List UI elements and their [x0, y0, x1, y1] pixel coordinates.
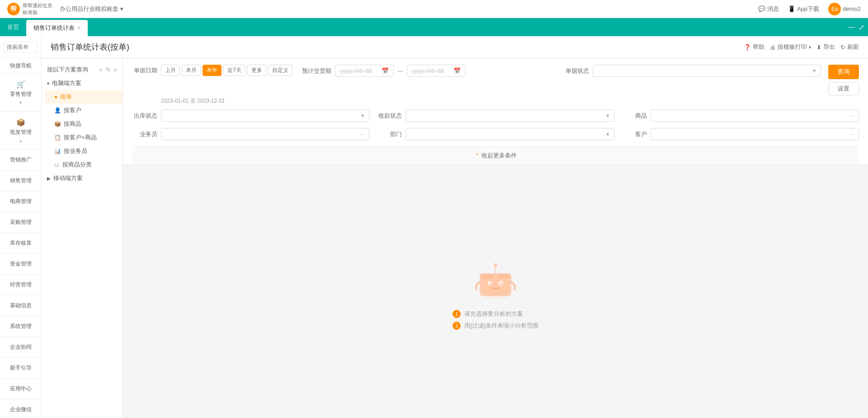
date-btn-this-year[interactable]: 本年 [203, 65, 222, 76]
payment-status-select[interactable]: ▾ [406, 109, 614, 122]
page-header: 销售订单统计表(按单) ❓ 帮助 🖨 按模板打印 ▾ ⬇ 导出 ↻ 刷新 [42, 36, 868, 58]
goods-label: 商品 [622, 112, 647, 120]
delivery-date-from[interactable]: yyyy-mm-dd 📅 [335, 65, 394, 77]
salesperson-icon: 📊 [54, 148, 61, 154]
expand-tab-icon[interactable]: ⤢ [859, 23, 864, 32]
empty-state: 1 请先选择要分析的方案 2 用[过滤]条件来缩小分析范围 [123, 165, 868, 418]
chevron-down-icon: ▾ [19, 100, 22, 105]
logo-area: 帮 帮帮通好生意 标准版 [7, 2, 52, 15]
empty-illustration [468, 253, 523, 303]
customer-select[interactable]: ··· [651, 128, 859, 140]
tab-sales-order[interactable]: 销售订单统计表 × [26, 20, 88, 36]
sidebar-item-marketing[interactable]: 营销推广 [0, 150, 41, 171]
search-input[interactable] [4, 42, 38, 52]
category-icon: 🗂 [54, 162, 60, 168]
collapse-panel-icon[interactable]: « [113, 66, 117, 73]
department-select[interactable]: ▾ [406, 128, 614, 140]
sidebar-item-inventory[interactable]: 库存核算 [0, 233, 41, 254]
customer-icon: 👤 [54, 107, 61, 114]
logo-text: 帮帮通好生意 标准版 [23, 2, 52, 15]
scheme-by-salesperson[interactable]: 📊 按业务员 [45, 144, 123, 158]
date-btn-this-month[interactable]: 本月 [182, 65, 201, 76]
settings-button[interactable]: 设置 [828, 82, 859, 95]
tab-bar: 首页 销售订单统计表 × — ⤢ [0, 18, 868, 36]
svg-point-6 [500, 283, 502, 285]
scheme-by-order[interactable]: ● 按单 [45, 90, 123, 104]
main-layout: 快捷导航 🛒 零售管理 ▾ 📦 批发管理 ▴ 营销推广 销售管理 电商管理 采购… [0, 36, 868, 418]
sidebar-item-operations[interactable]: 经营管理 [0, 275, 41, 295]
left-panel-header: 按以下方案查询 + ✎ « [42, 63, 123, 76]
date-btn-last-7-days[interactable]: 近7天 [223, 65, 245, 76]
tab-home[interactable]: 首页 [0, 18, 26, 36]
print-button[interactable]: 🖨 按模板打印 ▾ [770, 43, 811, 51]
workspace-dropdown[interactable]: 办公用品行业模拟账套 ▾ [60, 5, 123, 13]
sidebar-item-sales[interactable]: 销售管理 [0, 171, 41, 191]
sidebar-item-appcenter[interactable]: 应用中心 [0, 379, 41, 399]
sidebar-item-enterprise[interactable]: 企业协同 [0, 337, 41, 358]
sidebar-item-ecommerce[interactable]: 电商管理 [0, 191, 41, 212]
chevron-up-icon: ▴ [19, 138, 22, 143]
scheme-panel-actions: + ✎ « [99, 66, 117, 73]
sidebar-item-purchase[interactable]: 采购管理 [0, 212, 41, 233]
sidebar-item-wholesale[interactable]: 📦 批发管理 ▴ [0, 112, 41, 150]
top-bar: 帮 帮帮通好生意 标准版 办公用品行业模拟账套 ▾ 💬 消息 📱 App下载 E… [0, 0, 868, 18]
sidebar-item-newuser[interactable]: 新手引导 [0, 358, 41, 379]
right-content: 单据日期 上月 本月 本年 近7天 更多 自定义 预计交货期 [123, 58, 868, 418]
order-status-select[interactable]: ▾ [593, 65, 821, 77]
sidebar: 快捷导航 🛒 零售管理 ▾ 📦 批发管理 ▴ 营销推广 销售管理 电商管理 采购… [0, 36, 42, 418]
mobile-scheme-group[interactable]: ▶ 移动端方案 [42, 171, 123, 185]
date-range-display: 2023-01-01 至 2023-12-31 [161, 98, 225, 104]
goods-select[interactable]: ··· [651, 109, 859, 122]
print-icon: 🖨 [770, 44, 776, 51]
retail-icon: 🛒 [16, 80, 25, 89]
scheme-by-customer-goods[interactable]: 📋 按客户+商品 [45, 131, 123, 144]
empty-hint-1: 1 请先选择要分析的方案 [453, 310, 538, 318]
top-bar-right: 💬 消息 📱 App下载 Ea demo2 [758, 3, 861, 15]
customer-goods-icon: 📋 [54, 134, 61, 141]
expand-icon: ▶ [47, 176, 51, 181]
chevron-down-icon: ▾ [809, 45, 811, 50]
messages-button[interactable]: 💬 消息 [758, 5, 779, 13]
app-download-button[interactable]: 📱 App下载 [788, 5, 819, 13]
export-button[interactable]: ⬇ 导出 [816, 43, 835, 51]
delivery-date-to[interactable]: yyyy-mm-dd 📅 [407, 65, 466, 77]
edit-scheme-icon[interactable]: ✎ [105, 66, 111, 73]
sidebar-item-retail[interactable]: 🛒 零售管理 ▾ [0, 74, 41, 112]
avatar: Ea [828, 3, 841, 15]
scheme-panel-title: 按以下方案查询 [47, 66, 88, 74]
scheme-by-goods[interactable]: 📦 按商品 [45, 117, 123, 131]
sidebar-item-basic[interactable]: 基础信息 [0, 295, 41, 316]
tab-expand-area: — ⤢ [848, 23, 864, 32]
sidebar-item-system[interactable]: 系统管理 [0, 316, 41, 337]
collapse-bar[interactable]: ⌃ 收起更多条件 [132, 147, 859, 164]
help-button[interactable]: ❓ 帮助 [744, 43, 764, 51]
delivery-status-label: 出库状态 [132, 112, 157, 120]
date-btn-last-month[interactable]: 上月 [161, 65, 180, 76]
query-button[interactable]: 查询 [828, 65, 859, 79]
svg-point-8 [494, 263, 497, 267]
delivery-status-select[interactable]: ▾ [161, 109, 369, 122]
page-title: 销售订单统计表(按单) [51, 42, 129, 52]
scheme-by-goods-category[interactable]: 🗂 按商品分类 [45, 158, 123, 171]
minimize-tab-icon[interactable]: — [848, 23, 855, 32]
sidebar-item-wechat[interactable]: 企业微信 [0, 399, 41, 418]
salesperson-select[interactable]: ··· [161, 128, 369, 140]
wholesale-icon: 📦 [16, 118, 25, 127]
collapse-icon: ⌃ [475, 152, 480, 159]
sidebar-nav-item[interactable]: 快捷导航 [0, 58, 41, 74]
scheme-by-customer[interactable]: 👤 按客户 [45, 104, 123, 117]
sidebar-item-finance[interactable]: 资金管理 [0, 254, 41, 275]
refresh-button[interactable]: ↻ 刷新 [840, 43, 859, 51]
tab-close-icon[interactable]: × [77, 25, 80, 31]
order-status-label: 单据状态 [564, 67, 589, 75]
add-scheme-icon[interactable]: + [99, 66, 103, 73]
pc-scheme-group[interactable]: ▾ 电脑端方案 [42, 76, 123, 90]
logo-icon: 帮 [7, 3, 20, 15]
user-profile[interactable]: Ea demo2 [828, 3, 861, 15]
delivery-date-label: 预计交货期 [300, 67, 331, 75]
date-btn-more[interactable]: 更多 [247, 65, 266, 76]
expand-icon: ▾ [47, 81, 49, 86]
sidebar-search-area [0, 36, 41, 58]
calendar-icon: 📅 [382, 67, 389, 74]
date-btn-custom[interactable]: 自定义 [268, 65, 292, 76]
